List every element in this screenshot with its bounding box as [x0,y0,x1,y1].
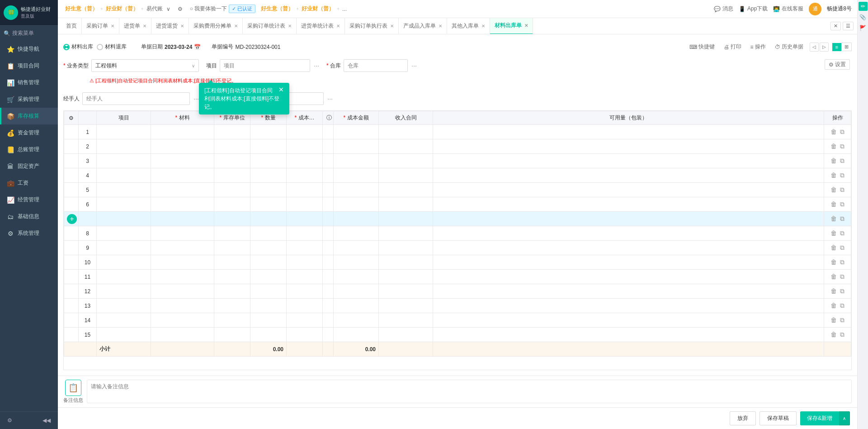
cost-price-cell[interactable] [287,313,323,328]
cost-amount-cell[interactable] [334,299,379,313]
project-cell[interactable] [97,255,151,270]
topbar-experience[interactable]: ○ 我要体验一下 [188,5,229,13]
quantity-cell[interactable] [250,284,287,299]
operation-btn[interactable]: ≡ 操作 [748,42,769,52]
delete-row-btn[interactable]: 🗑 [830,127,838,136]
delete-row-btn[interactable]: 🗑 [830,286,838,296]
available-qty-cell[interactable] [433,212,824,226]
available-qty-cell[interactable] [433,139,824,154]
project-cell[interactable] [97,328,151,342]
cost-amount-cell[interactable] [334,241,379,255]
material-cell[interactable] [151,313,214,328]
income-contract-cell[interactable] [379,197,433,212]
print-btn[interactable]: 🖨 打印 [721,42,744,52]
available-qty-cell[interactable] [433,328,824,342]
quantity-cell[interactable] [250,125,287,139]
sidebar-item-accounting[interactable]: 📒 总账管理 [0,141,58,158]
handler-dots[interactable]: ··· [193,95,199,102]
copy-row-btn[interactable]: ⧉ [839,127,845,137]
tooltip-close-btn[interactable]: ✕ [278,86,284,93]
income-contract-cell[interactable] [379,212,433,226]
delete-row-btn[interactable]: 🗑 [830,330,838,339]
delete-row-btn[interactable]: 🗑 [830,142,838,151]
shortcut-btn[interactable]: ⌨ 快捷键 [687,42,717,52]
cost-amount-cell[interactable] [334,328,379,342]
material-cell[interactable] [151,154,214,168]
stock-unit-cell[interactable] [214,139,250,154]
tab-incoming-stat[interactable]: 进货单统计表✕ [297,18,345,34]
available-qty-cell[interactable] [433,226,824,241]
business-type-select[interactable]: 工程领料 ∨ [91,59,199,72]
available-qty-cell[interactable] [433,255,824,270]
right-tool-edit[interactable]: ✏ [859,2,868,11]
quantity-cell[interactable] [250,313,287,328]
delete-row-btn[interactable]: 🗑 [830,272,838,281]
col-settings[interactable]: ⚙ [64,111,79,125]
view-card-btn[interactable]: ⊞ [841,43,852,51]
tab-home[interactable]: 首页 [61,18,82,34]
copy-row-btn[interactable]: ⧉ [839,243,845,253]
stock-unit-cell[interactable] [214,125,250,139]
income-contract-cell[interactable] [379,168,433,183]
cost-price-cell[interactable] [287,212,323,226]
stock-unit-cell[interactable] [214,255,250,270]
material-cell[interactable] [151,212,214,226]
material-cell[interactable] [151,183,214,197]
sidebar-item-sales[interactable]: 📊 销售管理 [0,74,58,91]
copy-row-btn[interactable]: ⧉ [839,301,845,310]
discard-button[interactable]: 放弃 [730,411,756,425]
copy-row-btn[interactable]: ⧉ [839,272,845,281]
copy-row-btn[interactable]: ⧉ [839,214,845,224]
warehouse-dots[interactable]: ··· [411,62,417,69]
delete-row-btn[interactable]: 🗑 [830,214,838,223]
tab-other-in[interactable]: 其他入库单✕ [447,18,490,34]
quantity-cell[interactable] [250,183,287,197]
stock-unit-cell[interactable] [214,154,250,168]
income-contract-cell[interactable] [379,270,433,284]
available-qty-cell[interactable] [433,241,824,255]
save-new-arrow[interactable]: ∧ [839,411,850,425]
cost-amount-cell[interactable] [334,197,379,212]
tab-purchase-exec[interactable]: 采购订单执行表✕ [345,18,399,34]
project-cell[interactable] [97,197,151,212]
income-contract-cell[interactable] [379,328,433,342]
available-qty-cell[interactable] [433,284,824,299]
right-tool-attach[interactable]: 📎 [859,13,868,22]
sidebar-item-project[interactable]: 📋 项目合同 [0,57,58,74]
quantity-cell[interactable] [250,168,287,183]
sidebar-item-payroll[interactable]: 💼 工资 [0,175,58,191]
topbar-appdownload[interactable]: 📱 App下载 [739,5,768,13]
settings-btn[interactable]: ⚙ [4,415,16,425]
project-cell[interactable] [97,270,151,284]
material-cell[interactable] [151,241,214,255]
material-cell[interactable] [151,168,214,183]
available-qty-cell[interactable] [433,270,824,284]
cost-price-cell[interactable] [287,328,323,342]
income-contract-cell[interactable] [379,139,433,154]
copy-row-btn[interactable]: ⧉ [839,156,845,166]
tab-close-other-in[interactable]: ✕ [481,24,485,29]
cost-amount-cell[interactable] [334,168,379,183]
project-cell[interactable] [97,284,151,299]
copy-row-btn[interactable]: ⧉ [839,185,845,195]
topbar-more[interactable]: ... [340,6,349,12]
tab-close-purchase-order[interactable]: ✕ [111,24,114,29]
tab-purchase-stat[interactable]: 采购订单统计表✕ [243,18,297,34]
cost-price-cell[interactable] [287,226,323,241]
radio-material-return[interactable]: 材料退库 [97,43,127,51]
project-input[interactable] [220,59,310,72]
cost-price-cell[interactable] [287,255,323,270]
income-contract-cell[interactable] [379,125,433,139]
material-cell[interactable] [151,139,214,154]
stock-unit-cell[interactable] [214,241,250,255]
project-cell[interactable] [97,313,151,328]
sidebar-item-assets[interactable]: 🏛 固定资产 [0,158,58,175]
tab-incoming-return[interactable]: 进货退货✕ [151,18,189,34]
handler-input[interactable] [82,92,190,105]
quantity-cell[interactable] [250,241,287,255]
tab-purchase-order[interactable]: 采购订单✕ [82,18,119,34]
topbar-support[interactable]: 👨‍💻 在线客服 [773,5,803,13]
quantity-cell[interactable] [250,197,287,212]
delete-row-btn[interactable]: 🗑 [830,243,838,252]
copy-row-btn[interactable]: ⧉ [839,315,845,325]
